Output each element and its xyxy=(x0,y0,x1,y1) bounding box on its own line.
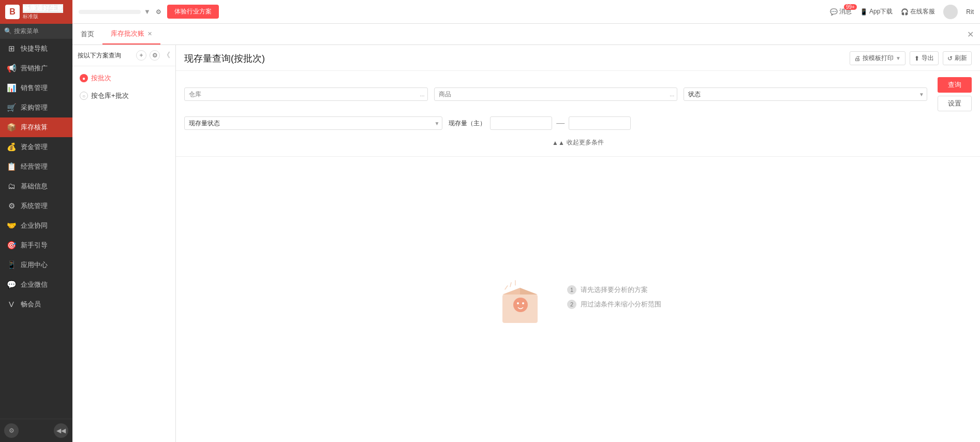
print-dropdown-icon[interactable]: ▼ xyxy=(896,55,901,61)
scheme-dot-active: ● xyxy=(80,74,88,82)
product-filter: ... xyxy=(434,87,678,101)
tab-home[interactable]: 首页 xyxy=(72,24,102,44)
warehouse-input-wrap: ... xyxy=(184,87,428,101)
inventory-icon: 📦 xyxy=(6,123,17,132)
tab-close-btn[interactable]: ✕ xyxy=(147,31,152,37)
print-icon: 🖨 xyxy=(854,55,860,62)
product-input[interactable] xyxy=(434,87,678,101)
app-download-btn[interactable]: 📱 App下载 xyxy=(860,7,893,16)
refresh-btn[interactable]: ↺ 刷新 xyxy=(943,51,972,65)
scheme-list: ● 按批次 ○ 按仓库+批次 xyxy=(72,66,175,108)
sidebar-item-label: 销售管理 xyxy=(21,83,48,93)
content-area: 按以下方案查询 + ⚙ 《 ● 按批次 ○ 按 xyxy=(72,45,980,442)
sidebar-item-marketing[interactable]: 📢 营销推广 xyxy=(0,58,72,78)
status-filter: 状态 ▼ xyxy=(684,87,927,101)
product-dots[interactable]: ... xyxy=(670,91,674,97)
basic-icon: 🗂 xyxy=(6,182,17,190)
finance-icon: 💰 xyxy=(6,142,17,152)
sidebar-item-quick-nav[interactable]: ⊞ 快捷导航 xyxy=(0,39,72,58)
sidebar-item-label: 畅会员 xyxy=(21,300,41,309)
svg-point-4 xyxy=(517,302,519,304)
print-btn[interactable]: 🖨 按模板打印 ▼ xyxy=(850,51,905,65)
warehouse-filter: ... xyxy=(184,87,428,101)
sidebar-footer: ⚙ ◀◀ xyxy=(0,419,72,442)
sidebar-item-operation[interactable]: 📋 经营管理 xyxy=(0,157,72,176)
inventory-amount-max[interactable] xyxy=(569,116,631,130)
right-panel: 现存量查询(按批次) 🖨 按模板打印 ▼ ⬆ 导出 ↺ 刷新 xyxy=(176,45,980,442)
sidebar-item-enterprise[interactable]: 🤝 企业协同 xyxy=(0,216,72,235)
inventory-status-select[interactable]: 现存量状态 xyxy=(184,116,442,130)
tip-text-1: 请先选择要分析的方案 xyxy=(581,285,648,294)
refresh-icon: ↺ xyxy=(947,55,953,62)
product-input-wrap: ... xyxy=(434,87,678,101)
sidebar-item-finance[interactable]: 💰 资金管理 xyxy=(0,137,72,157)
filter-row-2: 现存量状态 ▼ 现存量（主） — xyxy=(184,116,972,130)
svg-point-5 xyxy=(522,302,524,304)
sidebar-menu: ⊞ 快捷导航 📢 营销推广 📊 销售管理 🛒 采购管理 📦 库存核算 💰 资金管… xyxy=(0,39,72,419)
collapse-up-icon: ▲▲ xyxy=(552,139,565,146)
export-btn[interactable]: ⬆ 导出 xyxy=(910,51,939,65)
sidebar-item-label: 应用中心 xyxy=(21,260,48,270)
sidebar-item-label: 经营管理 xyxy=(21,162,48,171)
sidebar-item-system[interactable]: ⚙ 系统管理 xyxy=(0,196,72,216)
warehouse-input[interactable] xyxy=(184,87,428,101)
sidebar-item-label: 库存核算 xyxy=(21,123,48,132)
tip-num-2: 2 xyxy=(567,300,576,309)
close-all-tabs-btn[interactable]: ✕ xyxy=(961,30,980,39)
inventory-amount-min[interactable] xyxy=(490,116,552,130)
tabbar: 首页 库存批次账 ✕ ✕ xyxy=(72,24,980,45)
add-scheme-btn[interactable]: + xyxy=(136,50,146,61)
scheme-item-by-warehouse-batch[interactable]: ○ 按仓库+批次 xyxy=(72,87,175,105)
left-panel-header: 按以下方案查询 + ⚙ 《 xyxy=(72,45,175,66)
sidebar-item-purchase[interactable]: 🛒 采购管理 xyxy=(0,98,72,117)
sidebar-item-label: 新手引导 xyxy=(21,241,48,250)
topbar-dropdown-icon[interactable]: ▼ xyxy=(144,8,151,16)
topbar-settings-btn[interactable]: ⚙ xyxy=(154,7,164,17)
filter-area: ... ... 状态 ▼ xyxy=(176,71,980,157)
scheme-settings-btn[interactable]: ⚙ xyxy=(150,50,160,61)
warehouse-dots[interactable]: ... xyxy=(420,91,425,97)
settings-btn[interactable]: 设置 xyxy=(938,96,972,111)
left-panel: 按以下方案查询 + ⚙ 《 ● 按批次 ○ 按 xyxy=(72,45,176,442)
query-btn[interactable]: 查询 xyxy=(938,77,972,93)
empty-state: 1 请先选择要分析的方案 2 用过滤条件来缩小分析范围 xyxy=(495,271,661,328)
headset-icon: 🎧 xyxy=(901,8,909,16)
collapse-more-btn[interactable]: ▲▲ 收起更多条件 xyxy=(184,135,972,150)
collapse-left-panel-btn[interactable]: 《 xyxy=(163,51,170,60)
wechat-icon: 💬 xyxy=(6,280,17,289)
tab-inventory-batch[interactable]: 库存批次账 ✕ xyxy=(102,24,160,45)
search-icon: 🔍 xyxy=(4,27,12,35)
left-panel-title: 按以下方案查询 xyxy=(78,51,121,60)
svg-line-6 xyxy=(505,286,508,289)
user-name: Rit xyxy=(966,8,974,16)
topbar-search-box xyxy=(79,10,141,14)
messages-btn[interactable]: 💬 消息 99+ xyxy=(830,7,852,16)
status-select[interactable]: 状态 xyxy=(684,87,927,101)
page-header: 现存量查询(按批次) 🖨 按模板打印 ▼ ⬆ 导出 ↺ 刷新 xyxy=(176,45,980,71)
sidebar-item-member[interactable]: V 畅会员 xyxy=(0,294,72,314)
sidebar-logo: B xyxy=(5,5,20,19)
settings-footer-btn[interactable]: ⚙ xyxy=(4,423,19,438)
experience-btn[interactable]: 体验行业方案 xyxy=(167,5,219,19)
scheme-item-by-batch[interactable]: ● 按批次 xyxy=(72,69,175,87)
system-icon: ⚙ xyxy=(6,201,17,211)
sidebar-item-inventory[interactable]: 📦 库存核算 xyxy=(0,117,72,137)
sidebar-item-apps[interactable]: 📱 应用中心 xyxy=(0,255,72,275)
sidebar-item-sales[interactable]: 📊 销售管理 xyxy=(0,78,72,98)
sidebar-item-wechat[interactable]: 💬 企业微信 xyxy=(0,275,72,294)
tab-inventory-batch-label: 库存批次账 xyxy=(111,29,144,38)
user-avatar[interactable] xyxy=(943,5,958,19)
sidebar-item-newbie[interactable]: 🎯 新手引导 xyxy=(0,235,72,255)
filter-action-buttons: 查询 设置 xyxy=(938,77,972,111)
sidebar-search[interactable]: 🔍 搜索菜单 xyxy=(0,24,72,39)
export-icon: ⬆ xyxy=(914,55,919,62)
tip-text-2: 用过滤条件来缩小分析范围 xyxy=(581,300,661,309)
operation-icon: 📋 xyxy=(6,162,17,171)
data-area: 1 请先选择要分析的方案 2 用过滤条件来缩小分析范围 xyxy=(176,157,980,442)
scheme-label-by-batch: 按批次 xyxy=(91,73,111,83)
collapse-sidebar-btn[interactable]: ◀◀ xyxy=(54,423,68,438)
online-service-btn[interactable]: 🎧 在线客服 xyxy=(901,7,935,16)
member-icon: V xyxy=(6,300,17,308)
sidebar-item-basic[interactable]: 🗂 基础信息 xyxy=(0,176,72,196)
topbar-left: ▼ ⚙ 体验行业方案 xyxy=(79,5,826,19)
